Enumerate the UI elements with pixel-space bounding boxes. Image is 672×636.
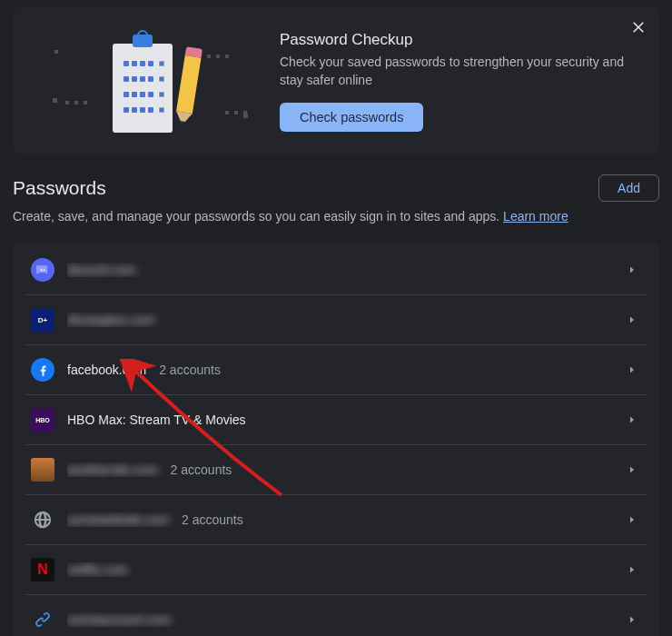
site-label: somewebsite.com <box>67 512 169 527</box>
section-description: Create, save, and manage your passwords … <box>13 209 659 224</box>
chevron-right-icon <box>623 414 641 425</box>
password-row[interactable]: discord.com <box>25 245 647 295</box>
chevron-right-icon <box>623 514 641 525</box>
check-passwords-button[interactable]: Check passwords <box>280 103 423 132</box>
site-label: discord.com <box>67 263 135 277</box>
facebook-icon <box>31 358 54 382</box>
learn-more-link[interactable]: Learn more <box>503 209 568 224</box>
banner-description: Check your saved passwords to strengthen… <box>280 53 625 90</box>
banner-title: Password Checkup <box>280 31 639 49</box>
password-row[interactable]: D+disneyplus.com <box>25 295 647 345</box>
account-count: 2 accounts <box>159 363 221 377</box>
chevron-right-icon <box>623 564 641 575</box>
hbo-icon: HBO <box>31 408 54 432</box>
account-count: 2 accounts <box>171 462 232 477</box>
password-row[interactable]: somewebsite.com2 accounts <box>25 495 647 545</box>
close-icon[interactable] <box>627 15 650 38</box>
page-title: Passwords <box>13 177 106 199</box>
site-label: someaccount.com <box>67 612 171 627</box>
disney-icon: D+ <box>31 308 54 332</box>
netflix-icon: N <box>31 558 54 581</box>
chevron-right-icon <box>623 314 641 325</box>
site-label: disneyplus.com <box>67 313 155 327</box>
checkup-illustration <box>25 27 262 136</box>
password-row[interactable]: HBOHBO Max: Stream TV & Movies <box>25 395 647 445</box>
site-label: HBO Max: Stream TV & Movies <box>67 412 246 427</box>
site-label: anothersite.com <box>67 462 158 477</box>
chevron-right-icon <box>623 464 641 475</box>
link-icon <box>31 608 54 631</box>
globe-icon <box>31 508 54 532</box>
chevron-right-icon <box>623 614 641 625</box>
password-row[interactable]: Nnetflix.com <box>25 545 647 595</box>
site-label: netflix.com <box>67 562 128 577</box>
chevron-right-icon <box>623 264 641 275</box>
password-checkup-banner: Password Checkup Check your saved passwo… <box>13 7 659 154</box>
password-row[interactable]: anothersite.com2 accounts <box>25 445 647 495</box>
chevron-right-icon <box>623 364 641 375</box>
password-row[interactable]: facebook.com2 accounts <box>25 345 647 395</box>
site-label: facebook.com <box>67 363 146 377</box>
add-button[interactable]: Add <box>598 174 659 202</box>
account-count: 2 accounts <box>182 512 243 527</box>
discord-icon <box>31 258 54 282</box>
password-row[interactable]: someaccount.com <box>25 595 647 636</box>
site-icon <box>31 458 54 482</box>
password-list: discord.comD+disneyplus.comfacebook.com2… <box>13 242 659 636</box>
